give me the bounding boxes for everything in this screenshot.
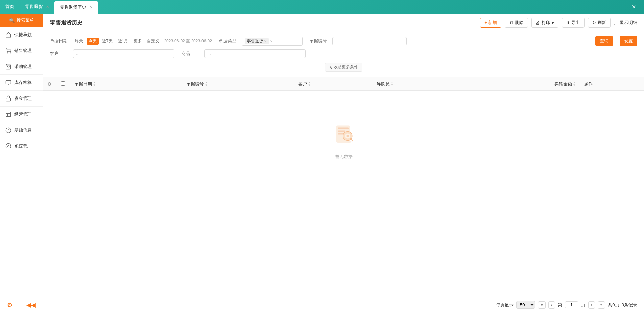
refresh-button[interactable]: ↻ 刷新 [588, 18, 611, 28]
th-date: 单据日期 ▲▼ [70, 77, 182, 91]
gear-icon[interactable]: ⚙ [47, 81, 52, 87]
sidebar-item-business-label: 经营管理 [14, 111, 32, 117]
date-filter: 单据日期 昨天 今天 近7天 近1月 更多 自定义 2023-06-02 至 2… [50, 38, 212, 45]
show-detail-checkbox[interactable] [614, 21, 618, 25]
date-filter-label: 单据日期 [50, 38, 70, 44]
type-tag: 零售退货 ✕ [245, 38, 269, 44]
tab-retail-return-history[interactable]: 零售退货历史 ✕ [54, 1, 98, 14]
goods-dots[interactable]: ... [207, 51, 211, 56]
type-select-arrow: ∨ [270, 39, 273, 43]
select-all-checkbox[interactable] [61, 81, 65, 86]
inventory-icon [5, 80, 11, 86]
page-label: 第 [558, 302, 562, 308]
sidebar-menu: 快捷导航 销售管理 采购管理 库存核算 资金管理 经营管理 [0, 27, 43, 297]
last-page-button[interactable]: » [598, 301, 605, 309]
filter-row-1: 单据日期 昨天 今天 近7天 近1月 更多 自定义 2023-06-02 至 2… [50, 36, 637, 46]
customer-dots[interactable]: ... [76, 51, 80, 56]
number-filter: 单据编号 [309, 37, 407, 45]
prev-page-button[interactable]: ‹ [548, 301, 555, 309]
number-input[interactable] [332, 37, 407, 45]
th-action: 操作 [580, 77, 644, 91]
date-quick-buttons: 昨天 今天 近7天 近1月 更多 自定义 [73, 38, 161, 45]
sidebar-item-sales[interactable]: 销售管理 [0, 43, 43, 59]
toolbar: + 新增 🗑 删除 🖨 打印 ▾ ⬆ 导出 ↻ 刷新 [480, 18, 637, 28]
tab-retail-return[interactable]: 零售退货 ✕ [20, 0, 54, 14]
goods-filter-label: 商品 [181, 51, 201, 57]
sidebar-item-inventory[interactable]: 库存核算 [0, 75, 43, 91]
refresh-label: 刷新 [597, 20, 606, 26]
type-tag-close[interactable]: ✕ [264, 39, 267, 43]
data-table: ⚙ 单据日期 ▲▼ 单据编号 [43, 77, 644, 187]
th-number-label: 单据编号 [186, 81, 204, 87]
query-button[interactable]: 查询 [595, 36, 613, 46]
date-btn-7days[interactable]: 近7天 [100, 38, 115, 45]
th-gear: ⚙ [43, 77, 57, 91]
export-button[interactable]: ⬆ 导出 [562, 18, 585, 28]
svg-point-17 [346, 135, 349, 137]
date-btn-custom[interactable]: 自定义 [145, 38, 161, 45]
type-filter-label: 单据类型 [219, 38, 239, 44]
export-label: 导出 [571, 20, 580, 26]
settings-button[interactable]: ⚙ [7, 301, 13, 309]
new-button[interactable]: + 新增 [480, 18, 501, 28]
sort-date-arrows: ▲▼ [93, 81, 96, 87]
page-number-input[interactable] [565, 301, 578, 308]
sidebar-item-purchase-label: 采购管理 [14, 64, 32, 70]
sort-customer-arrows: ▲▼ [308, 81, 311, 87]
svg-rect-12 [338, 131, 345, 132]
page-unit: 页 [581, 302, 586, 308]
table-header: ⚙ 单据日期 ▲▼ 单据编号 [43, 77, 644, 91]
date-btn-more[interactable]: 更多 [132, 38, 144, 45]
sort-number[interactable]: 单据编号 ▲▼ [186, 81, 208, 87]
page-size-select[interactable]: 50 10 20 100 [516, 301, 535, 309]
th-guide: 导购员 ▲▼ [373, 77, 468, 91]
sort-date[interactable]: 单据日期 ▲▼ [74, 81, 96, 87]
sidebar-item-home[interactable]: 快捷导航 [0, 27, 43, 43]
svg-point-8 [8, 146, 9, 147]
table-body: 暂无数据 [43, 91, 644, 187]
print-button[interactable]: 🖨 打印 ▾ [531, 18, 558, 28]
main-layout: 🔍 搜索菜单 快捷导航 销售管理 采购管理 库存核算 资金管理 [0, 14, 644, 312]
tab-retail-return-close[interactable]: ✕ [46, 5, 49, 9]
sidebar-item-finance[interactable]: 资金管理 [0, 91, 43, 107]
sidebar-search-label: 搜索菜单 [17, 17, 34, 23]
date-btn-today[interactable]: 今天 [87, 38, 99, 45]
tab-retail-return-label: 零售退货 [25, 4, 43, 10]
tab-home[interactable]: 首页 [0, 0, 20, 14]
tab-home-label: 首页 [5, 4, 14, 10]
customer-filter-label: 客户 [50, 51, 70, 57]
audio-button[interactable]: ◀◀ [26, 301, 36, 309]
date-btn-yesterday[interactable]: 昨天 [73, 38, 85, 45]
next-page-button[interactable]: › [588, 301, 595, 309]
show-detail-checkbox-wrapper[interactable]: 显示明细 [614, 20, 637, 26]
print-icon: 🖨 [536, 20, 540, 25]
sidebar-search[interactable]: 🔍 搜索菜单 [0, 14, 43, 27]
sort-guide[interactable]: 导购员 ▲▼ [377, 81, 393, 87]
collapse-button[interactable]: ∧ 收起更多条件 [325, 63, 362, 72]
th-customer-label: 客户 [298, 81, 307, 87]
pagination-bar: 每页显示 50 10 20 100 « ‹ 第 页 › » 共0页, 0条记录 [43, 297, 644, 312]
tab-retail-return-history-close[interactable]: ✕ [90, 5, 93, 10]
export-icon: ⬆ [566, 20, 570, 25]
total-text: 共0页, 0条记录 [608, 302, 637, 308]
sidebar-item-business[interactable]: 经营管理 [0, 107, 43, 122]
sidebar-item-system[interactable]: 系统管理 [0, 138, 43, 154]
sidebar-item-info[interactable]: 基础信息 [0, 122, 43, 138]
first-page-button[interactable]: « [538, 301, 546, 309]
type-select[interactable]: 零售退货 ✕ ∨ [242, 37, 303, 46]
info-icon [5, 127, 11, 133]
window-close-button[interactable]: ✕ [629, 2, 639, 12]
setup-button[interactable]: 设置 [620, 36, 637, 46]
goods-filter: 商品 ... [181, 49, 306, 58]
sidebar-item-purchase[interactable]: 采购管理 [0, 59, 43, 75]
th-date-label: 单据日期 [74, 81, 92, 87]
show-detail-label: 显示明细 [620, 20, 637, 26]
sort-customer[interactable]: 客户 ▲▼ [298, 81, 311, 87]
page-title-row: 零售退货历史 + 新增 🗑 删除 🖨 打印 ▾ ⬆ 导出 ↻ [50, 18, 637, 28]
sort-amount-arrows: ▲▼ [573, 81, 576, 87]
delete-button[interactable]: 🗑 删除 [505, 18, 528, 28]
th-amount-label: 实销金额 [554, 81, 572, 87]
sort-amount[interactable]: 实销金额 ▲▼ [554, 81, 576, 87]
purchase-icon [5, 64, 11, 70]
date-btn-1month[interactable]: 近1月 [116, 38, 130, 45]
